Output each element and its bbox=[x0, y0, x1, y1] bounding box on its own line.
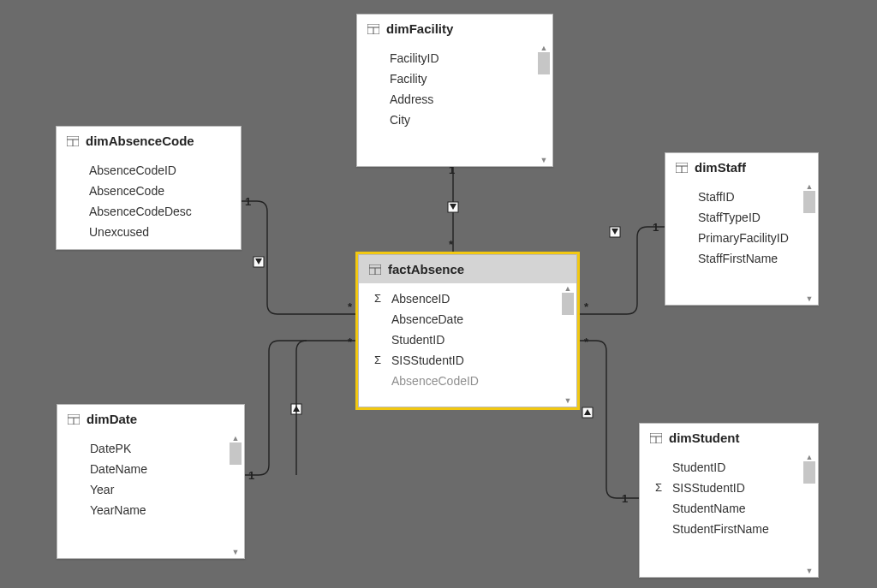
entity-factAbsence[interactable]: factAbsence Σ AbsenceID AbsenceDate Stud… bbox=[358, 254, 577, 407]
field-item[interactable]: Address bbox=[357, 89, 552, 110]
svg-text:1: 1 bbox=[653, 221, 659, 234]
entity-title: dimStaff bbox=[665, 153, 818, 181]
entity-title-text: dimAbsenceCode bbox=[86, 134, 194, 148]
entity-title-text: dimDate bbox=[87, 412, 137, 426]
entity-title-text: dimStaff bbox=[695, 160, 746, 175]
field-list: FacilityID Facility Address City ▲ ▼ bbox=[357, 43, 552, 166]
field-item[interactable]: StudentID bbox=[359, 330, 576, 350]
svg-rect-15 bbox=[610, 227, 620, 237]
entity-title: dimStudent bbox=[640, 424, 818, 452]
svg-text:1: 1 bbox=[248, 469, 254, 482]
table-icon bbox=[367, 24, 379, 34]
scroll-up-icon[interactable]: ▲ bbox=[232, 435, 240, 442]
scroll-down-icon[interactable]: ▼ bbox=[806, 567, 814, 575]
field-item[interactable]: StudentName bbox=[640, 498, 818, 519]
field-item[interactable]: Facility bbox=[357, 68, 552, 89]
scrollbar[interactable]: ▲ ▼ bbox=[537, 43, 551, 166]
field-list: StudentID Σ SISStudentID StudentName Stu… bbox=[640, 452, 818, 577]
table-icon bbox=[369, 264, 381, 275]
field-list: StaffID StaffTypeID PrimaryFacilityID St… bbox=[665, 181, 818, 305]
field-item[interactable]: PrimaryFacilityID bbox=[665, 228, 818, 248]
field-item[interactable]: Year bbox=[57, 479, 244, 500]
field-item[interactable]: DatePK bbox=[57, 438, 244, 459]
entity-title: dimAbsenceCode bbox=[57, 127, 241, 155]
field-item[interactable]: FacilityID bbox=[357, 48, 552, 68]
field-item[interactable]: StaffID bbox=[665, 187, 818, 207]
entity-title-text: dimStudent bbox=[669, 431, 740, 445]
scroll-up-icon[interactable]: ▲ bbox=[564, 285, 572, 293]
scroll-down-icon[interactable]: ▼ bbox=[232, 549, 240, 556]
scrollbar[interactable]: ▲ ▼ bbox=[802, 452, 816, 577]
field-list: DatePK DateName Year YearName ▲ ▼ bbox=[57, 433, 244, 558]
sigma-icon: Σ bbox=[374, 292, 381, 305]
field-item[interactable]: Σ AbsenceID bbox=[359, 288, 576, 309]
sigma-icon: Σ bbox=[374, 353, 381, 366]
field-list: AbsenceCodeID AbsenceCode AbsenceCodeDes… bbox=[57, 155, 241, 249]
scrollbar[interactable]: ▲ ▼ bbox=[561, 283, 575, 407]
field-item[interactable]: StudentFirstName bbox=[640, 519, 818, 539]
scroll-up-icon[interactable]: ▲ bbox=[806, 183, 814, 191]
field-item[interactable]: AbsenceCode bbox=[57, 181, 241, 201]
table-icon bbox=[68, 414, 80, 425]
svg-text:*: * bbox=[584, 300, 589, 313]
field-list: Σ AbsenceID AbsenceDate StudentID Σ SISS… bbox=[359, 283, 576, 407]
entity-dimAbsenceCode[interactable]: dimAbsenceCode AbsenceCodeID AbsenceCode… bbox=[56, 126, 242, 250]
field-item[interactable]: City bbox=[357, 110, 552, 130]
svg-text:*: * bbox=[348, 336, 353, 348]
field-item[interactable]: StaffTypeID bbox=[665, 207, 818, 228]
field-item[interactable]: AbsenceCodeID bbox=[57, 160, 241, 181]
field-item[interactable]: Σ SISStudentID bbox=[359, 350, 576, 371]
sigma-icon: Σ bbox=[655, 481, 662, 494]
scrollbar[interactable]: ▲ ▼ bbox=[229, 433, 242, 558]
scrollbar[interactable]: ▲ ▼ bbox=[802, 181, 816, 305]
field-item[interactable]: StudentID bbox=[640, 457, 818, 478]
table-icon bbox=[67, 136, 79, 146]
entity-dimDate[interactable]: dimDate DatePK DateName Year YearName ▲ … bbox=[57, 404, 245, 559]
svg-text:*: * bbox=[584, 336, 589, 348]
entity-title: dimDate bbox=[57, 405, 244, 433]
scroll-down-icon[interactable]: ▼ bbox=[806, 295, 814, 303]
entity-title: dimFacility bbox=[357, 15, 552, 43]
field-item[interactable]: AbsenceCodeDesc bbox=[57, 201, 241, 222]
field-item[interactable]: YearName bbox=[57, 500, 244, 520]
svg-text:1: 1 bbox=[245, 195, 251, 208]
field-item[interactable]: Σ SISStudentID bbox=[640, 478, 818, 498]
svg-rect-6 bbox=[254, 257, 264, 267]
field-item[interactable]: Unexcused bbox=[57, 222, 241, 242]
svg-rect-18 bbox=[582, 407, 593, 418]
entity-dimFacility[interactable]: dimFacility FacilityID Facility Address … bbox=[356, 14, 553, 167]
svg-rect-12 bbox=[448, 202, 458, 212]
entity-title-text: factAbsence bbox=[388, 262, 464, 276]
model-canvas[interactable]: 1 * 1 * 1 * 1 * 1 * d bbox=[0, 0, 877, 588]
scroll-down-icon[interactable]: ▼ bbox=[564, 397, 572, 405]
scroll-up-icon[interactable]: ▲ bbox=[806, 454, 814, 461]
svg-text:1: 1 bbox=[622, 492, 628, 505]
entity-dimStudent[interactable]: dimStudent StudentID Σ SISStudentID Stud… bbox=[639, 423, 819, 578]
field-item[interactable]: AbsenceCodeID bbox=[359, 371, 576, 391]
scroll-down-icon[interactable]: ▼ bbox=[540, 157, 548, 164]
svg-text:*: * bbox=[348, 300, 353, 313]
field-item[interactable]: DateName bbox=[57, 459, 244, 479]
svg-rect-9 bbox=[291, 404, 301, 414]
svg-text:*: * bbox=[449, 238, 454, 251]
field-item[interactable]: AbsenceDate bbox=[359, 309, 576, 330]
table-icon bbox=[650, 433, 662, 443]
entity-dimStaff[interactable]: dimStaff StaffID StaffTypeID PrimaryFaci… bbox=[665, 152, 819, 306]
entity-title: factAbsence bbox=[359, 255, 576, 283]
scroll-up-icon[interactable]: ▲ bbox=[540, 45, 548, 52]
entity-title-text: dimFacility bbox=[386, 21, 453, 36]
field-item[interactable]: StaffFirstName bbox=[665, 248, 818, 269]
table-icon bbox=[676, 163, 688, 173]
